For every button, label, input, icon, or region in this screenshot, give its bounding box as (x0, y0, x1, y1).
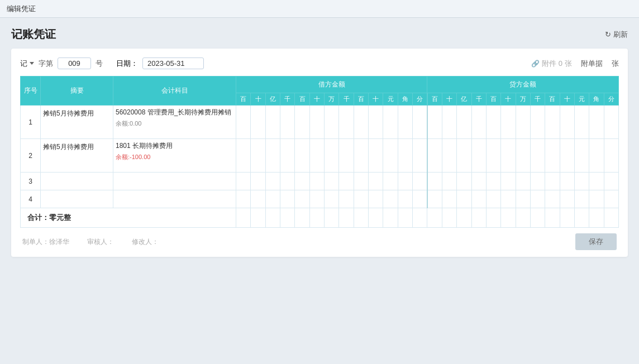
credit-cell-1-12[interactable] (604, 139, 618, 173)
debit-cell-2-0[interactable] (236, 173, 251, 190)
debit-cell-3-7[interactable] (339, 190, 354, 208)
credit-cell-0-10[interactable] (574, 106, 589, 139)
credit-cell-0-0[interactable] (427, 106, 442, 139)
debit-cell-2-6[interactable] (325, 173, 339, 190)
credit-cell-2-5[interactable] (501, 173, 516, 190)
credit-cell-3-12[interactable] (604, 190, 618, 208)
credit-cell-1-2[interactable] (457, 139, 471, 173)
debit-cell-0-5[interactable] (309, 106, 324, 139)
debit-cell-0-8[interactable] (354, 106, 368, 139)
debit-cell-1-9[interactable] (369, 139, 383, 173)
debit-cell-0-3[interactable] (280, 106, 295, 139)
debit-cell-2-9[interactable] (369, 173, 383, 190)
credit-cell-1-4[interactable] (486, 139, 500, 173)
credit-cell-3-6[interactable] (516, 190, 530, 208)
credit-cell-3-10[interactable] (574, 190, 589, 208)
credit-cell-3-5[interactable] (501, 190, 516, 208)
row-summary-0[interactable]: 摊销5月待摊费用 (41, 106, 113, 139)
debit-cell-0-12[interactable] (413, 106, 427, 139)
debit-cell-2-5[interactable] (309, 173, 324, 190)
row-summary-2[interactable] (41, 173, 113, 190)
debit-cell-3-0[interactable] (236, 190, 251, 208)
debit-cell-3-9[interactable] (369, 190, 383, 208)
debit-cell-1-5[interactable] (309, 139, 324, 173)
row-account-1[interactable]: 1801 长期待摊费用余额:-100.00 (113, 139, 236, 173)
credit-cell-0-12[interactable] (604, 106, 618, 139)
credit-cell-2-11[interactable] (589, 173, 604, 190)
credit-cell-0-11[interactable] (589, 106, 604, 139)
credit-cell-2-0[interactable] (427, 173, 442, 190)
slip-button[interactable]: 附单据 (581, 59, 603, 69)
credit-cell-0-6[interactable] (516, 106, 530, 139)
credit-cell-1-8[interactable] (545, 139, 560, 173)
credit-cell-3-7[interactable] (530, 190, 545, 208)
debit-cell-2-3[interactable] (280, 173, 295, 190)
refresh-button[interactable]: ↻ 刷新 (605, 30, 628, 40)
credit-cell-0-3[interactable] (471, 106, 486, 139)
credit-cell-1-7[interactable] (530, 139, 545, 173)
credit-cell-1-10[interactable] (574, 139, 589, 173)
debit-cell-0-4[interactable] (295, 106, 309, 139)
debit-cell-1-3[interactable] (280, 139, 295, 173)
credit-cell-2-7[interactable] (530, 173, 545, 190)
debit-cell-0-7[interactable] (339, 106, 354, 139)
debit-cell-0-0[interactable] (236, 106, 251, 139)
row-account-3[interactable] (113, 190, 236, 208)
credit-cell-1-6[interactable] (516, 139, 530, 173)
credit-cell-2-4[interactable] (486, 173, 500, 190)
debit-cell-3-10[interactable] (383, 190, 398, 208)
row-summary-3[interactable] (41, 190, 113, 208)
credit-cell-0-9[interactable] (560, 106, 574, 139)
debit-cell-0-1[interactable] (251, 106, 265, 139)
debit-cell-3-5[interactable] (309, 190, 324, 208)
credit-cell-2-6[interactable] (516, 173, 530, 190)
credit-cell-3-3[interactable] (471, 190, 486, 208)
voucher-type-select[interactable]: 记 (20, 59, 34, 69)
voucher-number-input[interactable] (58, 58, 91, 69)
debit-cell-3-2[interactable] (265, 190, 280, 208)
save-button[interactable]: 保存 (575, 233, 617, 250)
credit-cell-3-2[interactable] (457, 190, 471, 208)
debit-cell-2-8[interactable] (354, 173, 368, 190)
credit-cell-1-3[interactable] (471, 139, 486, 173)
credit-cell-0-8[interactable] (545, 106, 560, 139)
credit-cell-2-12[interactable] (604, 173, 618, 190)
credit-cell-2-3[interactable] (471, 173, 486, 190)
debit-cell-2-7[interactable] (339, 173, 354, 190)
attachment-button[interactable]: 🔗 附件 0 张 (531, 59, 572, 69)
credit-cell-3-11[interactable] (589, 190, 604, 208)
credit-cell-1-0[interactable] (427, 139, 442, 173)
debit-cell-2-11[interactable] (398, 173, 412, 190)
debit-cell-0-6[interactable] (325, 106, 339, 139)
credit-cell-1-1[interactable] (442, 139, 456, 173)
credit-cell-3-0[interactable] (427, 190, 442, 208)
debit-cell-1-0[interactable] (236, 139, 251, 173)
debit-cell-3-3[interactable] (280, 190, 295, 208)
debit-cell-3-1[interactable] (251, 190, 265, 208)
row-account-2[interactable] (113, 173, 236, 190)
debit-cell-0-10[interactable] (383, 106, 398, 139)
debit-cell-1-8[interactable] (354, 139, 368, 173)
credit-cell-2-8[interactable] (545, 173, 560, 190)
debit-cell-0-9[interactable] (369, 106, 383, 139)
debit-cell-1-2[interactable] (265, 139, 280, 173)
debit-cell-2-2[interactable] (265, 173, 280, 190)
debit-cell-1-12[interactable] (413, 139, 427, 173)
debit-cell-2-1[interactable] (251, 173, 265, 190)
debit-cell-1-7[interactable] (339, 139, 354, 173)
debit-cell-2-4[interactable] (295, 173, 309, 190)
debit-cell-1-10[interactable] (383, 139, 398, 173)
credit-cell-0-7[interactable] (530, 106, 545, 139)
credit-cell-0-5[interactable] (501, 106, 516, 139)
date-input[interactable] (142, 58, 204, 69)
credit-cell-3-9[interactable] (560, 190, 574, 208)
debit-cell-3-4[interactable] (295, 190, 309, 208)
credit-cell-1-5[interactable] (501, 139, 516, 173)
debit-cell-3-11[interactable] (398, 190, 412, 208)
credit-cell-3-1[interactable] (442, 190, 456, 208)
debit-cell-1-6[interactable] (325, 139, 339, 173)
debit-cell-1-4[interactable] (295, 139, 309, 173)
credit-cell-2-1[interactable] (442, 173, 456, 190)
credit-cell-0-2[interactable] (457, 106, 471, 139)
debit-cell-1-1[interactable] (251, 139, 265, 173)
